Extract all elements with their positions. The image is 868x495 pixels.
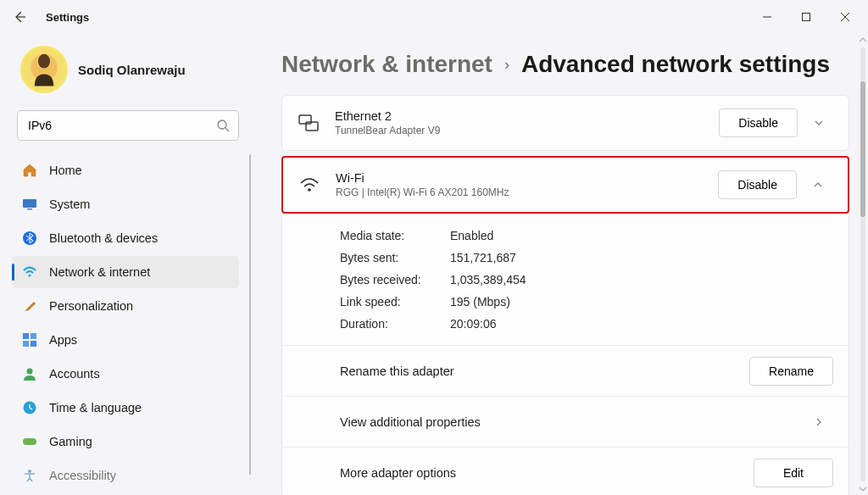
adapter-title: Ethernet 2: [335, 109, 719, 123]
view-properties-row[interactable]: View additional properties: [282, 396, 849, 447]
home-icon: [22, 163, 37, 178]
wifi-icon: [22, 264, 37, 280]
chevron-right-icon: [804, 416, 833, 428]
scrollbar-thumb[interactable]: [860, 81, 865, 217]
svg-rect-7: [23, 333, 29, 339]
apps-icon: [22, 332, 37, 348]
detail-value: 1,035,389,454: [450, 273, 526, 286]
disable-button[interactable]: Disable: [719, 108, 798, 137]
window-close-button[interactable]: [826, 3, 865, 31]
wifi-details-card: Media state:Enabled Bytes sent:151,721,6…: [281, 214, 849, 495]
window-minimize-button[interactable]: [748, 3, 787, 31]
gaming-icon: [22, 434, 37, 449]
detail-label: Link speed:: [340, 295, 450, 309]
nav: Home System Bluetooth & devices Network …: [12, 154, 254, 492]
bluetooth-icon: [22, 231, 37, 246]
svg-rect-0: [803, 14, 810, 21]
sidebar-item-home[interactable]: Home: [12, 154, 239, 186]
sidebar-item-label: Accessibility: [49, 469, 116, 482]
sidebar-item-label: Accounts: [49, 367, 100, 381]
breadcrumb-leaf: Advanced network settings: [521, 51, 830, 78]
detail-value: Enabled: [450, 229, 493, 242]
time-icon: [22, 400, 37, 415]
adapter-card-wifi[interactable]: Wi-Fi RGG | Intel(R) Wi-Fi 6 AX201 160MH…: [281, 156, 849, 214]
adapter-subtitle: TunnelBear Adapter V9: [335, 125, 719, 136]
content: Network & internet › Advanced network se…: [254, 34, 868, 495]
sidebar-item-bluetooth[interactable]: Bluetooth & devices: [12, 222, 239, 254]
rename-adapter-row: Rename this adapter Rename: [282, 345, 849, 396]
rename-button[interactable]: Rename: [749, 357, 833, 386]
brush-icon: [22, 298, 37, 314]
adapter-subtitle: RGG | Intel(R) Wi-Fi 6 AX201 160MHz: [336, 186, 718, 198]
detail-label: Bytes received:: [340, 273, 450, 286]
sidebar-item-accounts[interactable]: Accounts: [12, 358, 239, 390]
sidebar-item-label: Network & internet: [49, 265, 150, 279]
sidebar-item-personalization[interactable]: Personalization: [12, 290, 239, 322]
scroll-up-icon[interactable]: [859, 34, 867, 46]
accounts-icon: [22, 366, 37, 381]
detail-label: Media state:: [340, 229, 450, 242]
sidebar-item-label: Gaming: [49, 435, 92, 448]
svg-rect-4: [27, 209, 32, 210]
app-title: Settings: [46, 11, 89, 24]
detail-value: 20:09:06: [450, 317, 497, 331]
sidebar-item-label: Bluetooth & devices: [49, 231, 158, 245]
scroll-down-icon[interactable]: [859, 483, 867, 495]
breadcrumb-root[interactable]: Network & internet: [281, 51, 492, 78]
row-label: More adapter options: [340, 466, 754, 480]
search-box[interactable]: [17, 110, 239, 141]
profile-block[interactable]: Sodiq Olanrewaju: [12, 39, 254, 105]
wifi-icon: [298, 174, 320, 196]
sidebar-item-time[interactable]: Time & language: [12, 392, 239, 424]
sidebar-item-label: System: [49, 197, 90, 211]
breadcrumb: Network & internet › Advanced network se…: [281, 51, 849, 78]
svg-point-17: [308, 188, 311, 192]
back-button[interactable]: [5, 3, 34, 31]
adapter-card-ethernet[interactable]: Ethernet 2 TunnelBear Adapter V9 Disable: [281, 95, 849, 151]
svg-point-14: [28, 470, 31, 473]
detail-label: Duration:: [340, 317, 450, 331]
sidebar-item-label: Home: [49, 164, 82, 177]
adapter-title: Wi-Fi: [336, 171, 718, 185]
edit-button[interactable]: Edit: [754, 459, 833, 487]
detail-value: 151,721,687: [450, 251, 516, 264]
accessibility-icon: [22, 468, 37, 483]
sidebar-item-network[interactable]: Network & internet: [12, 256, 239, 288]
svg-point-2: [218, 120, 226, 129]
svg-point-6: [29, 275, 31, 277]
scrollbar[interactable]: [858, 34, 868, 495]
sidebar-item-system[interactable]: System: [12, 188, 239, 220]
ethernet-icon: [298, 112, 320, 134]
more-adapter-options-row: More adapter options Edit: [282, 447, 849, 495]
sidebar: Sodiq Olanrewaju Home System Bluetooth &…: [0, 34, 254, 495]
detail-label: Bytes sent:: [340, 251, 450, 264]
window-maximize-button[interactable]: [787, 3, 826, 31]
disable-button[interactable]: Disable: [718, 170, 797, 199]
sidebar-item-label: Personalization: [49, 299, 133, 313]
row-label: View additional properties: [340, 415, 798, 429]
row-label: Rename this adapter: [340, 364, 749, 378]
svg-point-1: [38, 54, 50, 69]
sidebar-item-accessibility[interactable]: Accessibility: [12, 459, 239, 492]
search-icon: [216, 119, 230, 132]
svg-rect-8: [31, 333, 36, 339]
user-name: Sodiq Olanrewaju: [78, 63, 186, 77]
chevron-up-icon[interactable]: [804, 179, 832, 191]
avatar: [20, 46, 68, 93]
svg-point-11: [27, 369, 33, 375]
svg-rect-10: [31, 341, 36, 347]
detail-value: 195 (Mbps): [450, 295, 510, 309]
svg-rect-9: [23, 341, 29, 347]
titlebar: Settings: [0, 0, 868, 34]
sidebar-item-label: Apps: [49, 333, 77, 347]
system-icon: [22, 197, 37, 212]
sidebar-item-apps[interactable]: Apps: [12, 324, 239, 356]
chevron-right-icon: ›: [504, 56, 509, 74]
sidebar-item-gaming[interactable]: Gaming: [12, 425, 239, 458]
search-input[interactable]: [28, 119, 216, 132]
sidebar-item-label: Time & language: [49, 401, 142, 414]
svg-rect-13: [23, 438, 36, 445]
svg-rect-3: [23, 199, 36, 208]
chevron-down-icon[interactable]: [804, 117, 833, 129]
